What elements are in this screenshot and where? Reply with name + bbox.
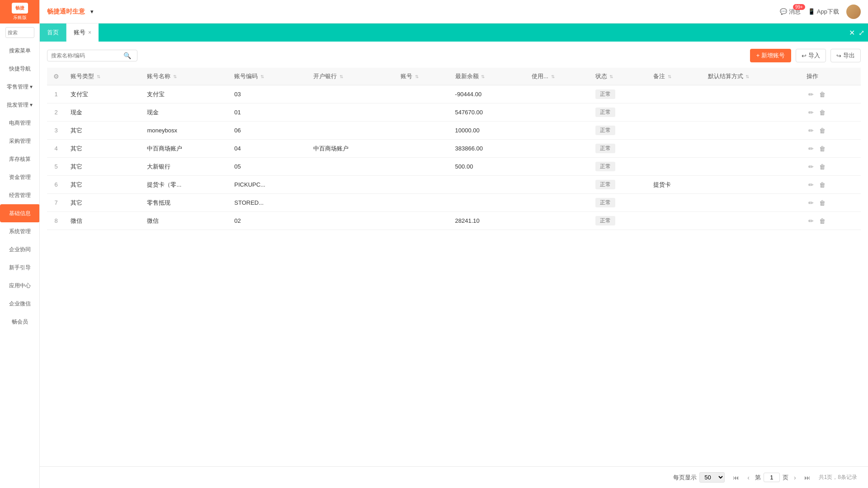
sidebar-item-1[interactable]: 快捷导航 xyxy=(0,60,40,78)
row-status: 正常 xyxy=(590,140,648,158)
edit-button[interactable]: ✏ xyxy=(807,216,816,225)
row-account xyxy=(395,103,449,122)
pagination-bar: 每页显示 102050100 ⏮ ‹ 第 页 › ⏭ 共1页，8条记录 xyxy=(40,466,868,488)
row-type: 支付宝 xyxy=(65,85,142,103)
row-balance: -90444.00 xyxy=(450,85,526,103)
tab-account[interactable]: 账号 × xyxy=(66,23,99,42)
edit-button[interactable]: ✏ xyxy=(807,108,816,117)
search-box[interactable]: 🔍 xyxy=(47,50,137,61)
row-number: 8 xyxy=(47,212,65,230)
row-name: 零售抵现 xyxy=(142,194,229,212)
row-number: 2 xyxy=(47,103,65,122)
sidebar-item-7[interactable]: 资金管理 xyxy=(0,168,40,186)
sidebar-item-14[interactable]: 企业微信 xyxy=(0,295,40,313)
col-remark: 备注 ⇅ xyxy=(648,68,702,85)
row-name: 支付宝 xyxy=(142,85,229,103)
tab-home[interactable]: 首页 xyxy=(40,23,66,42)
sidebar-item-4[interactable]: 电商管理 xyxy=(0,114,40,132)
delete-button[interactable]: 🗑 xyxy=(817,144,827,153)
page-unit: 页 xyxy=(783,474,788,482)
row-balance: 547670.00 xyxy=(450,103,526,122)
row-settlement xyxy=(703,176,802,194)
sidebar-item-0[interactable]: 搜索菜单 xyxy=(0,42,40,60)
row-remark xyxy=(648,103,702,122)
row-name: 微信 xyxy=(142,212,229,230)
sidebar-search-box[interactable] xyxy=(0,23,40,42)
col-name: 账号名称 ⇅ xyxy=(142,68,229,85)
page-size-select-input[interactable]: 102050100 xyxy=(699,472,725,483)
row-settlement xyxy=(703,158,802,176)
export-button[interactable]: ↪ 导出 xyxy=(830,49,861,62)
row-name: 提货卡（零... xyxy=(142,176,229,194)
row-actions: ✏ 🗑 xyxy=(801,103,861,122)
sidebar-item-5[interactable]: 采购管理 xyxy=(0,132,40,150)
row-usage xyxy=(526,176,590,194)
logo-icon: 畅捷 xyxy=(12,3,28,14)
delete-button[interactable]: 🗑 xyxy=(817,108,827,117)
row-actions: ✏ 🗑 xyxy=(801,194,861,212)
sidebar-item-2[interactable]: 零售管理 ▾ xyxy=(0,78,40,96)
row-actions: ✏ 🗑 xyxy=(801,85,861,103)
sidebar-item-15[interactable]: 畅会员 xyxy=(0,313,40,331)
row-bank: 中百商场账户 xyxy=(308,140,395,158)
main-area: 畅捷通时生意 ▾ 💬 消息 99+ 📱 App下载 首页 账号 × xyxy=(40,0,868,488)
add-account-button[interactable]: + 新增账号 xyxy=(750,49,791,62)
sidebar-item-11[interactable]: 企业协同 xyxy=(0,240,40,258)
delete-button[interactable]: 🗑 xyxy=(817,216,827,225)
row-code: STORED... xyxy=(229,194,308,212)
sidebar-item-10[interactable]: 系统管理 xyxy=(0,222,40,240)
edit-button[interactable]: ✏ xyxy=(807,162,816,171)
delete-button[interactable]: 🗑 xyxy=(817,180,827,189)
import-button[interactable]: ↩ 导入 xyxy=(796,49,826,62)
search-icon[interactable]: 🔍 xyxy=(123,52,131,59)
row-usage xyxy=(526,122,590,140)
next-page-button[interactable]: › xyxy=(791,473,799,482)
prev-page-button[interactable]: ‹ xyxy=(745,473,752,482)
row-account xyxy=(395,212,449,230)
edit-button[interactable]: ✏ xyxy=(807,180,816,189)
header-dropdown[interactable]: ▾ xyxy=(90,8,94,15)
edit-button[interactable]: ✏ xyxy=(807,126,816,135)
edit-button[interactable]: ✏ xyxy=(807,144,816,153)
search-input[interactable] xyxy=(51,52,123,59)
sidebar-item-12[interactable]: 新手引导 xyxy=(0,258,40,277)
delete-button[interactable]: 🗑 xyxy=(817,90,827,99)
content-area: 🔍 + 新增账号 ↩ 导入 ↪ 导出 xyxy=(40,42,868,466)
column-settings-icon[interactable]: ⚙ xyxy=(53,73,59,80)
first-page-button[interactable]: ⏮ xyxy=(730,473,742,482)
row-name: 大新银行 xyxy=(142,158,229,176)
last-page-button[interactable]: ⏭ xyxy=(802,473,813,482)
row-settlement xyxy=(703,212,802,230)
sidebar-item-8[interactable]: 经营管理 xyxy=(0,186,40,204)
tab-minimize-icon[interactable]: ✕ xyxy=(849,28,855,37)
row-remark xyxy=(648,212,702,230)
header-download[interactable]: 📱 App下载 xyxy=(808,8,839,16)
delete-button[interactable]: 🗑 xyxy=(817,162,827,171)
sidebar-item-6[interactable]: 库存核算 xyxy=(0,150,40,168)
table-row: 2 现金 现金 01 547670.00 正常 ✏ 🗑 xyxy=(47,103,861,122)
tab-close-icon[interactable]: × xyxy=(88,29,91,36)
row-status: 正常 xyxy=(590,85,648,103)
row-remark xyxy=(648,158,702,176)
logo-subtext: 乐账版 xyxy=(13,14,27,21)
header-message[interactable]: 💬 消息 99+ xyxy=(780,8,801,16)
table-row: 7 其它 零售抵现 STORED... 正常 ✏ 🗑 xyxy=(47,194,861,212)
delete-button[interactable]: 🗑 xyxy=(817,198,827,207)
sidebar-item-3[interactable]: 批发管理 ▾ xyxy=(0,96,40,114)
page-number-input[interactable] xyxy=(764,473,780,482)
download-icon: 📱 xyxy=(808,8,815,15)
delete-button[interactable]: 🗑 xyxy=(817,126,827,135)
sidebar-search-input[interactable] xyxy=(5,27,34,38)
edit-button[interactable]: ✏ xyxy=(807,90,816,99)
row-number: 1 xyxy=(47,85,65,103)
user-avatar[interactable] xyxy=(846,5,861,19)
row-status: 正常 xyxy=(590,194,648,212)
edit-button[interactable]: ✏ xyxy=(807,198,816,207)
table-body: 1 支付宝 支付宝 03 -90444.00 正常 ✏ 🗑 2 现金 现金 01… xyxy=(47,85,861,230)
sidebar-item-9[interactable]: 基础信息 xyxy=(0,204,40,222)
sidebar-item-13[interactable]: 应用中心 xyxy=(0,277,40,295)
download-label: App下载 xyxy=(817,8,839,16)
row-settlement xyxy=(703,85,802,103)
tab-expand-icon[interactable]: ⤢ xyxy=(859,28,864,37)
col-code: 账号编码 ⇅ xyxy=(229,68,308,85)
